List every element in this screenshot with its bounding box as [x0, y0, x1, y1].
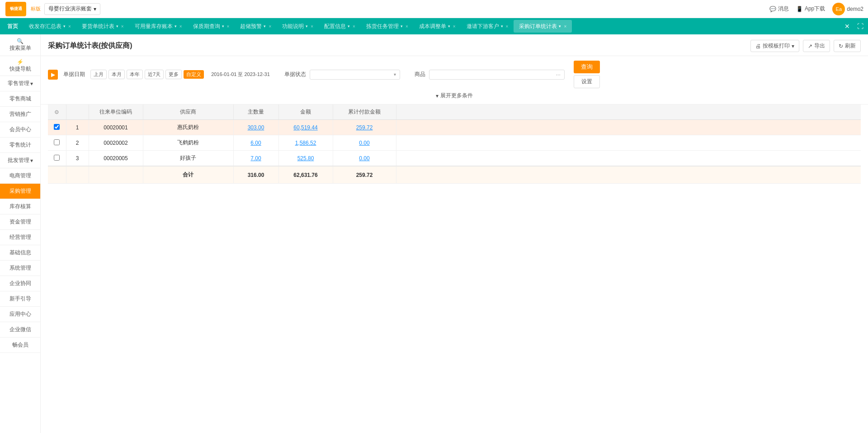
- tab-close[interactable]: ×: [227, 24, 230, 29]
- date-btn-this-month[interactable]: 本月: [108, 70, 125, 79]
- table-row[interactable]: 3 00020005 好孩子 7.00 525.80 0.00: [48, 151, 861, 167]
- sidebar-item-ecommerce[interactable]: 电商管理: [0, 168, 40, 184]
- footer-amount: 62,631.76: [278, 166, 333, 184]
- page-title: 采购订单统计表(按供应商): [48, 41, 132, 51]
- sidebar-search[interactable]: 🔍 搜索菜单: [0, 34, 40, 56]
- nav-maximize-button[interactable]: ⛶: [854, 22, 866, 31]
- amount-link[interactable]: 525.80: [297, 155, 314, 162]
- query-button[interactable]: 查询: [574, 61, 600, 73]
- sidebar-item-new-guide[interactable]: 新手引导: [0, 291, 40, 307]
- amount-link[interactable]: 60,519.44: [293, 124, 317, 131]
- header-actions: 🖨 按模板打印 ▾ ↗ 导出 ↻ 刷新: [750, 40, 861, 52]
- row-check[interactable]: [48, 151, 66, 167]
- sidebar-item-retail-stats[interactable]: 零售统计: [0, 138, 40, 153]
- paid-link[interactable]: 259.72: [356, 124, 373, 131]
- sidebar-item-vip[interactable]: 畅会员: [0, 338, 40, 353]
- tab-home[interactable]: 首页: [2, 20, 24, 33]
- sidebar-item-wholesale[interactable]: 批发管理 ▾: [0, 153, 40, 168]
- row-checkbox[interactable]: [54, 139, 60, 145]
- tab-close[interactable]: ×: [269, 24, 271, 29]
- sidebar-quick-nav[interactable]: ⚡ 快捷导航: [0, 56, 40, 76]
- qty-link[interactable]: 7.00: [250, 155, 261, 162]
- date-btn-this-year[interactable]: 本年: [127, 70, 143, 79]
- tab-close[interactable]: ×: [179, 24, 182, 29]
- chevron-down-icon: ▾: [30, 81, 33, 87]
- tab-label: 要货单统计表: [82, 23, 114, 30]
- tab-purchase-order-stats[interactable]: 采购订单统计表 ▾ ×: [514, 20, 572, 33]
- expand-button[interactable]: ▾ 展开更多条件: [436, 92, 473, 100]
- row-checkbox[interactable]: [54, 155, 60, 161]
- sidebar-item-finance[interactable]: 资金管理: [0, 214, 40, 230]
- sidebar-item-member[interactable]: 会员中心: [0, 122, 40, 138]
- table-header-row: ⚙ 往来单位编码 供应商 主数量 金额 累计付款金额: [48, 105, 861, 120]
- filter-toggle[interactable]: ▶: [48, 70, 58, 80]
- message-button[interactable]: 💬 消息: [769, 5, 789, 13]
- sidebar-item-operations[interactable]: 经营管理: [0, 230, 40, 245]
- date-btn-last-month[interactable]: 上月: [90, 70, 107, 79]
- workspace-selector[interactable]: 母婴行业演示账套 ▾: [44, 3, 100, 15]
- row-check[interactable]: [48, 135, 66, 151]
- paid-link[interactable]: 0.00: [359, 155, 369, 162]
- gear-icon[interactable]: ⚙: [54, 109, 59, 115]
- settings-button[interactable]: 设置: [574, 75, 600, 88]
- tab-collection-summary[interactable]: 收发存汇总表 ▾ ×: [24, 20, 76, 33]
- date-btn-more[interactable]: 更多: [165, 70, 182, 79]
- tab-invite-downstream[interactable]: 邀请下游客户 ▾ ×: [461, 20, 514, 33]
- goods-select[interactable]: ···: [429, 70, 565, 80]
- user-profile[interactable]: Ea demo2: [832, 3, 863, 15]
- tab-overstock-warning[interactable]: 超储预警 ▾ ×: [235, 20, 277, 33]
- tab-pick-task[interactable]: 拣货任务管理 ▾ ×: [361, 20, 414, 33]
- refresh-button[interactable]: ↻ 刷新: [834, 40, 861, 52]
- tab-close[interactable]: ×: [121, 24, 124, 29]
- sidebar-item-app-center[interactable]: 应用中心: [0, 307, 40, 322]
- status-label: 单据状态: [284, 71, 306, 78]
- amount-link[interactable]: 1,586.52: [295, 140, 316, 146]
- tab-function-desc[interactable]: 功能说明 ▾ ×: [277, 20, 319, 33]
- print-arrow-icon: ▾: [792, 43, 794, 49]
- tab-close[interactable]: ×: [406, 24, 408, 29]
- tab-cost-adjust[interactable]: 成本调整单 ▾ ×: [414, 20, 461, 33]
- tab-close[interactable]: ×: [353, 24, 355, 29]
- row-amount: 1,586.52: [278, 135, 333, 151]
- th-qty: 主数量: [233, 105, 278, 120]
- tab-close[interactable]: ×: [68, 24, 71, 29]
- qty-link[interactable]: 303.00: [248, 124, 264, 131]
- sidebar-item-sys-manage[interactable]: 系统管理: [0, 261, 40, 276]
- sidebar-item-purchase[interactable]: 采购管理: [0, 184, 40, 199]
- table-row[interactable]: 1 00020001 惠氏奶粉 303.00 60,519.44 259.72: [48, 120, 861, 135]
- table-row[interactable]: 2 00020002 飞鹤奶粉 6.00 1,586.52 0.00: [48, 135, 861, 151]
- sidebar-item-marketing[interactable]: 营销推广: [0, 107, 40, 122]
- sidebar-item-inventory[interactable]: 库存核算: [0, 199, 40, 214]
- tab-warranty-query[interactable]: 保质期查询 ▾ ×: [188, 20, 235, 33]
- row-extra: [396, 135, 861, 151]
- search-label: 搜索菜单: [9, 45, 31, 51]
- sidebar-item-enterprise[interactable]: 企业协同: [0, 276, 40, 291]
- row-no: 1: [66, 120, 89, 135]
- footer-no: [66, 166, 89, 184]
- app-download-button[interactable]: 📱 App下载: [796, 5, 825, 13]
- tab-available-inventory[interactable]: 可用量库存账本 ▾ ×: [129, 20, 188, 33]
- tab-purchase-summary[interactable]: 要货单统计表 ▾ ×: [76, 20, 129, 33]
- tab-close[interactable]: ×: [564, 24, 566, 29]
- tab-close[interactable]: ×: [506, 24, 509, 29]
- date-btn-7days[interactable]: 近7天: [145, 70, 164, 79]
- tab-arrow: ▾: [175, 24, 177, 29]
- qty-link[interactable]: 6.00: [250, 140, 261, 146]
- print-button[interactable]: 🖨 按模板打印 ▾: [750, 40, 799, 52]
- tab-close[interactable]: ×: [453, 24, 456, 29]
- export-button[interactable]: ↗ 导出: [803, 40, 830, 52]
- paid-link[interactable]: 0.00: [359, 140, 369, 146]
- row-check[interactable]: [48, 120, 66, 135]
- tab-config-info[interactable]: 配置信息 ▾ ×: [319, 20, 361, 33]
- sidebar-item-basic-info[interactable]: 基础信息: [0, 245, 40, 261]
- row-checkbox[interactable]: [54, 124, 60, 130]
- logo-image: 畅捷通: [5, 2, 26, 16]
- sidebar-item-retail-mall[interactable]: 零售商城: [0, 91, 40, 107]
- tab-label: 可用量库存账本: [135, 23, 173, 30]
- status-select[interactable]: ▾: [310, 70, 400, 80]
- nav-close-button[interactable]: ✕: [842, 22, 853, 31]
- sidebar-item-enterprise-wechat[interactable]: 企业微信: [0, 322, 40, 338]
- tab-close[interactable]: ×: [311, 24, 313, 29]
- row-extra: [396, 120, 861, 135]
- sidebar-item-retail[interactable]: 零售管理 ▾: [0, 76, 40, 91]
